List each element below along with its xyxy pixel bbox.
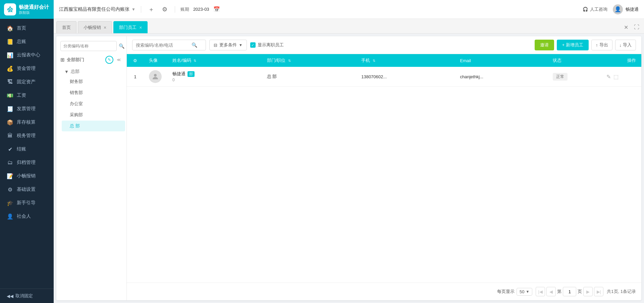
col-name[interactable]: 姓名/编码 ⇅ (167, 54, 262, 67)
report-icon: 📊 (7, 52, 13, 58)
next-page-button[interactable]: ▶ (583, 287, 593, 296)
dept-item-office[interactable]: 办公室 (62, 98, 125, 109)
tab-expense[interactable]: 小畅报销 × (78, 21, 112, 33)
col-dept[interactable]: 部门/职位 ⇅ (262, 54, 356, 67)
dept-item-purchase[interactable]: 采购部 (62, 110, 125, 120)
sidebar-item-tax[interactable]: 🏛 税务管理 (0, 129, 54, 142)
collapse-tree-icon[interactable]: ≪ (115, 57, 122, 63)
show-resign-checkbox[interactable]: ✓ (250, 42, 256, 48)
close-all-tabs-button[interactable]: ✕ (621, 23, 631, 32)
support-button[interactable]: 🎧 人工咨询 (583, 6, 607, 12)
dept-search-input[interactable] (60, 41, 117, 51)
sidebar-item-salary[interactable]: 💵 工资 (0, 89, 54, 102)
sidebar-item-settings[interactable]: ⚙ 基础设置 (0, 183, 54, 196)
employee-search-input[interactable] (136, 43, 190, 48)
topbar-divider-2 (175, 6, 175, 13)
more-actions-button[interactable]: ⬚ (613, 74, 619, 80)
sidebar-item-social[interactable]: 👤 社会人 (0, 210, 54, 223)
avatar-icon: 👤 (614, 6, 621, 12)
dept-item-general[interactable]: 总 部 (62, 121, 125, 131)
expand-tabs-button[interactable]: ⛶ (632, 23, 641, 32)
home-icon: 🏠 (7, 25, 13, 32)
topbar-divider-1 (141, 6, 141, 13)
sidebar-item-label-ledger: 总账 (17, 39, 26, 45)
export-button[interactable]: ↑ 导出 (591, 40, 612, 50)
dept-edit-button[interactable]: ✎ (105, 56, 113, 64)
per-page-label: 每页显示 (497, 289, 515, 295)
edit-employee-button[interactable]: ✎ (606, 74, 611, 80)
guide-icon: 🎓 (7, 200, 13, 206)
sidebar-item-settle[interactable]: ✔ 结账 (0, 142, 54, 156)
name-code-cell: 畅捷通 部 0 (172, 71, 256, 82)
sidebar-item-expense[interactable]: 📝 小畅报销 (0, 169, 54, 183)
filter-button[interactable]: ⊟ 更多条件 ▼ (209, 40, 247, 50)
sidebar-item-label-settings: 基础设置 (17, 186, 36, 192)
employee-code: 0 (172, 78, 256, 82)
employee-table: ⚙ 头像 姓名/编码 ⇅ 部门/职位 ⇅ (127, 54, 641, 87)
tab-expense-close-icon[interactable]: × (104, 25, 106, 30)
sidebar-item-report[interactable]: 📊 云报表中心 (0, 48, 54, 62)
sidebar-item-ledger[interactable]: 📒 总账 (0, 35, 54, 48)
settings-gear-button[interactable]: ⚙ (160, 5, 169, 14)
sidebar-item-label-social: 社会人 (17, 213, 31, 219)
employee-search-box[interactable]: 🔍 (132, 40, 206, 50)
sidebar-item-label-inventory: 库存核算 (17, 119, 36, 125)
sidebar-nav: 🏠 首页 📒 总账 📊 云报表中心 💰 资金管理 🏗 固定资产 💵 工资 🧾 发… (0, 19, 54, 289)
sidebar-item-label-home: 首页 (17, 25, 26, 31)
sidebar-item-invoice[interactable]: 🧾 发票管理 (0, 102, 54, 116)
sidebar-item-home[interactable]: 🏠 首页 (0, 21, 54, 35)
all-dept-header[interactable]: ⊞ 全部部门 ✎ ≪ (56, 53, 126, 67)
first-page-button[interactable]: |◀ (536, 287, 545, 296)
page-size-dropdown[interactable]: 50 ▼ (517, 288, 532, 296)
sidebar-item-archive[interactable]: 🗂 归档管理 (0, 156, 54, 169)
tab-home[interactable]: 首页 (56, 21, 76, 33)
add-employee-button[interactable]: + 新增员工 (557, 40, 589, 50)
dept-group-root[interactable]: ▼ 总部 (60, 67, 126, 76)
row-email: chanjethkj... (454, 67, 547, 87)
page-number-input[interactable] (563, 287, 576, 296)
company-selector[interactable]: 江西服宝精品有限责任公司内账张 ▼ (59, 6, 136, 12)
tab-dept[interactable]: 部门员工 × (113, 21, 148, 33)
support-label: 人工咨询 (590, 6, 607, 12)
import-button[interactable]: ↓ 导入 (615, 40, 636, 50)
add-tab-button[interactable]: ＋ (147, 5, 156, 14)
prev-page-button[interactable]: ◀ (546, 287, 556, 296)
show-resign-text: 显示离职员工 (258, 42, 284, 48)
sidebar-item-label-settle: 结账 (17, 146, 26, 152)
sidebar-item-assets[interactable]: 🏗 固定资产 (0, 75, 54, 89)
calendar-icon[interactable]: 📅 (213, 6, 220, 12)
employee-search-icon[interactable]: 🔍 (192, 42, 197, 48)
tabs-right-buttons: ✕ ⛶ (621, 23, 641, 33)
expense-icon: 📝 (7, 173, 13, 179)
row-no: 1 (127, 67, 144, 87)
sidebar-item-guide[interactable]: 🎓 新手引导 (0, 196, 54, 210)
topbar-right: 🎧 人工咨询 👤 畅捷通 (583, 4, 639, 14)
page-size-arrow-icon: ▼ (526, 290, 529, 294)
cancel-fixed-button[interactable]: ◀◀ 取消固定 (7, 293, 47, 299)
dept-search-icon[interactable]: 🔍 (119, 43, 124, 49)
show-resign-checkbox-label[interactable]: ✓ 显示离职员工 (250, 42, 284, 48)
sidebar-item-capital[interactable]: 💰 资金管理 (0, 62, 54, 75)
dept-item-sales[interactable]: 销售部 (62, 87, 125, 98)
invite-button[interactable]: 邀请 (535, 40, 554, 50)
tab-dept-label: 部门员工 (119, 25, 137, 31)
page-di-label: 第 (557, 289, 561, 295)
logo-icon: 会 (4, 3, 16, 15)
pagination-bar: 每页显示 50 ▼ |◀ ◀ 第 页 ▶ ▶| 共1页, 1条记录 (127, 283, 641, 300)
last-page-button[interactable]: ▶| (594, 287, 603, 296)
tab-dept-close-icon[interactable]: × (139, 25, 142, 30)
dept-item-finance[interactable]: 财务部 (62, 76, 125, 87)
dept-left-panel: 🔍 ⊞ 全部部门 ✎ ≪ ▼ 总部 财务部 销售部 (56, 36, 127, 300)
sidebar-item-label-tax: 税务管理 (17, 133, 36, 139)
row-phone: 138070602... (356, 67, 454, 87)
col-phone[interactable]: 手机 ⇅ (356, 54, 454, 67)
sidebar-item-label-expense: 小畅报销 (17, 173, 36, 179)
page-navigation: |◀ ◀ 第 页 ▶ ▶| (536, 287, 603, 296)
table-header-row: ⚙ 头像 姓名/编码 ⇅ 部门/职位 ⇅ (127, 54, 641, 67)
dept-finance-label: 财务部 (70, 79, 83, 84)
row-actions: ✎ ⬚ (601, 67, 641, 87)
sidebar-item-inventory[interactable]: 📦 库存核算 (0, 116, 54, 129)
col-settings[interactable]: ⚙ (127, 54, 144, 67)
user-info[interactable]: 👤 畅捷通 (613, 4, 639, 14)
social-icon: 👤 (7, 213, 13, 220)
